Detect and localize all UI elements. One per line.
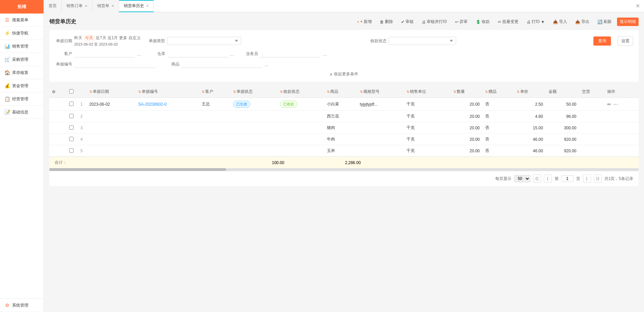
customer-cell bbox=[199, 111, 231, 122]
shortcut-7days[interactable]: 近7天 bbox=[96, 35, 106, 41]
spec-col-header[interactable]: ⇅规格型号 bbox=[357, 86, 404, 98]
page-number-input[interactable] bbox=[561, 175, 573, 182]
tab-home[interactable]: 首页 bbox=[44, 0, 62, 12]
tab-close-all-button[interactable]: ✕ bbox=[632, 3, 644, 9]
row-checkbox[interactable] bbox=[69, 114, 74, 118]
doc-date-cell bbox=[87, 145, 136, 157]
table-row: 3 猪肉 千克 20.00 否 15.00 300.00 bbox=[49, 122, 639, 134]
customer-col-header[interactable]: ⇅客户 bbox=[199, 86, 231, 98]
scrollbar-area[interactable] bbox=[49, 168, 639, 171]
export-button[interactable]: 📤 导出 bbox=[572, 18, 592, 26]
select-all-checkbox[interactable] bbox=[69, 89, 74, 94]
doc-no-link[interactable]: SA-20230602-0 bbox=[138, 102, 167, 107]
shortcut-today[interactable]: 今天 bbox=[84, 35, 94, 41]
row-checkbox[interactable] bbox=[69, 125, 74, 130]
collapse-label: 收起更多条件 bbox=[334, 71, 358, 77]
sidebar-item-basic-info[interactable]: 📝 基础信息 bbox=[0, 106, 44, 119]
shortcut-more[interactable]: 更多 bbox=[119, 35, 127, 41]
prev-page-button[interactable]: ⟨ bbox=[544, 175, 552, 183]
page-title: 销货单历史 bbox=[49, 18, 76, 25]
sidebar-item-quick-nav[interactable]: ⚡ 快捷导航 bbox=[0, 27, 44, 40]
salesperson-input[interactable] bbox=[260, 50, 321, 57]
print-button[interactable]: 🖨 打印 ▼ bbox=[524, 18, 548, 26]
amount-col-header: 金额 bbox=[546, 86, 579, 98]
summary-label: 合计： bbox=[55, 160, 67, 165]
salesperson-ellipsis[interactable]: ... bbox=[323, 51, 327, 57]
export-label: 导出 bbox=[581, 19, 589, 25]
spec-cell bbox=[357, 145, 404, 157]
filter-row-3: 单据编号 商品 ... bbox=[55, 61, 633, 68]
tab-sales-history-close[interactable]: ✕ bbox=[146, 4, 149, 8]
goods-col-header[interactable]: ⇅商品 bbox=[324, 86, 357, 98]
import-button[interactable]: 📥 导入 bbox=[550, 18, 570, 26]
goods-input[interactable] bbox=[181, 61, 262, 68]
sidebar-item-label: 基础信息 bbox=[12, 109, 28, 115]
collapse-button[interactable]: ∧ 收起更多条件 bbox=[55, 71, 633, 77]
sidebar-item-purchase-mgmt[interactable]: 🛒 采购管理 bbox=[0, 53, 44, 66]
action-cell bbox=[605, 134, 639, 145]
payment-status-col-header[interactable]: ⇅收款状态 bbox=[277, 86, 324, 98]
row-checkbox[interactable] bbox=[69, 148, 74, 153]
shortcut-custom[interactable]: 自定义 bbox=[129, 35, 141, 41]
payment-status-select[interactable] bbox=[389, 37, 456, 45]
audit-print-button[interactable]: 🖨 审核并打印 bbox=[419, 18, 450, 26]
audit-button[interactable]: ✔ 审核 bbox=[398, 18, 416, 26]
unit-price-col-header[interactable]: ⇅单价 bbox=[514, 86, 546, 98]
warehouse-ellipsis[interactable]: ... bbox=[230, 51, 234, 57]
goods-ellipsis[interactable]: ... bbox=[264, 62, 269, 67]
more-action-icon[interactable]: ⋯ bbox=[613, 102, 618, 107]
row-checkbox[interactable] bbox=[69, 102, 74, 106]
row-checkbox[interactable] bbox=[69, 137, 74, 141]
scrollbar-thumb[interactable] bbox=[49, 168, 226, 171]
transaction-cell bbox=[579, 122, 605, 134]
doc-no-col-header[interactable]: ⇅单据编号 bbox=[136, 86, 199, 98]
sidebar-item-sales-mgmt[interactable]: 📊 销售管理 bbox=[0, 40, 44, 53]
shortcut-yesterday[interactable]: 昨天 bbox=[74, 35, 82, 41]
tab-sales-delivery-close[interactable]: ✕ bbox=[111, 4, 114, 8]
quantity-col-header[interactable]: ⇅数量 bbox=[451, 86, 482, 98]
per-page-select[interactable]: 50 bbox=[514, 175, 530, 182]
batch-change-button[interactable]: ✏ 批量变更 bbox=[495, 18, 521, 26]
checkbox-cell bbox=[66, 145, 77, 157]
show-details-button[interactable]: 显示明细 bbox=[617, 18, 639, 26]
customer-input[interactable] bbox=[74, 50, 135, 57]
tab-sales-history[interactable]: 销货单历史 ✕ bbox=[119, 0, 154, 12]
checkbox-cell bbox=[66, 134, 77, 145]
doc-status-col-header[interactable]: ⇅单据状态 bbox=[230, 86, 277, 98]
gift-col-header[interactable]: ⇅赠品 bbox=[482, 86, 514, 98]
sidebar-item-label: 资金管理 bbox=[12, 83, 28, 89]
sales-icon: 📊 bbox=[4, 43, 10, 49]
edit-action-icon[interactable]: ✏ bbox=[607, 102, 611, 107]
last-page-button[interactable]: ⟩⟩ bbox=[594, 175, 602, 183]
query-button[interactable]: 查询 bbox=[593, 36, 611, 46]
tab-sales-order[interactable]: 销售订单 ✕ bbox=[62, 0, 92, 12]
doctype-select[interactable] bbox=[167, 37, 241, 45]
action-cell bbox=[605, 111, 639, 122]
shortcut-1month[interactable]: 近1月 bbox=[108, 35, 118, 41]
doc-date-col-header[interactable]: ⇅单据日期 bbox=[87, 86, 136, 98]
sidebar-item-inventory[interactable]: 🏠 库存核算 bbox=[0, 66, 44, 79]
warehouse-input[interactable] bbox=[167, 50, 228, 57]
sidebar-item-ops-mgmt[interactable]: 📋 经营管理 bbox=[0, 93, 44, 106]
print-label: 打印 bbox=[532, 19, 540, 25]
first-page-button[interactable]: ⟨⟨ bbox=[533, 175, 541, 183]
settings-button[interactable]: 设置 bbox=[618, 36, 633, 46]
action-cell bbox=[605, 145, 639, 157]
sidebar-item-search-menu[interactable]: ☰ 搜索菜单 bbox=[0, 14, 44, 27]
goods-cell: 小白菜 bbox=[324, 98, 357, 111]
new-button[interactable]: + + 新增 bbox=[354, 18, 374, 26]
customer-ellipsis[interactable]: ... bbox=[137, 51, 141, 57]
gear-col-header[interactable]: ⚙ bbox=[49, 86, 66, 98]
collect-button[interactable]: 💲 收款 bbox=[473, 18, 493, 26]
abandon-button[interactable]: ↩ 弃审 bbox=[452, 18, 470, 26]
tab-sales-delivery[interactable]: 销货单 ✕ bbox=[92, 0, 119, 12]
sidebar-item-sys-mgmt[interactable]: ⚙ 系统管理 bbox=[0, 299, 44, 312]
tab-sales-order-close[interactable]: ✕ bbox=[85, 4, 87, 8]
delete-button[interactable]: 🗑 删除 bbox=[377, 18, 396, 26]
sidebar-item-finance-mgmt[interactable]: 💰 资金管理 bbox=[0, 79, 44, 93]
docno-input[interactable] bbox=[74, 61, 155, 68]
unit-col-header[interactable]: ⇅销售单位 bbox=[404, 86, 451, 98]
unit-price-cell: 15.00 bbox=[514, 122, 546, 134]
refresh-button[interactable]: 🔄 刷新 bbox=[595, 18, 614, 26]
next-page-button[interactable]: ⟩ bbox=[583, 175, 591, 183]
